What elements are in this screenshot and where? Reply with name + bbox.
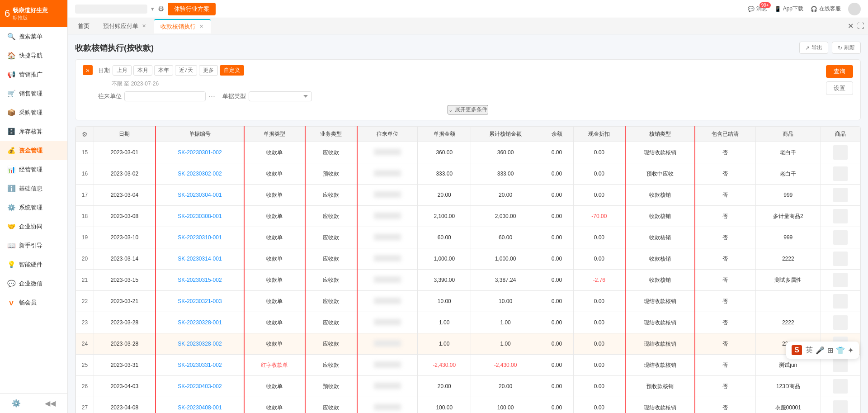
- watermark-icons: 英 🎤 ⊞ 👕 ✦: [806, 346, 854, 355]
- logo-edition: 标推版: [13, 14, 48, 21]
- cell-biz-type: 应收款: [305, 227, 357, 248]
- bill-no-link[interactable]: SK-20230302-002: [178, 171, 222, 177]
- sidebar-item-operation[interactable]: 📊 经营管理: [0, 160, 67, 179]
- cell-balance: 0.00: [540, 333, 574, 355]
- sidebar-item-inventory[interactable]: 🗄️ 库存核算: [0, 122, 67, 141]
- bill-no-link[interactable]: SK-20230403-002: [178, 383, 222, 389]
- cell-accumulated: 100.00: [471, 397, 540, 413]
- topbar-message[interactable]: 💬 消息 99+: [748, 5, 767, 13]
- sidebar-item-search[interactable]: 🔍 搜索菜单: [0, 27, 67, 46]
- solution-button[interactable]: 体验行业方案: [168, 3, 216, 15]
- bill-no-link[interactable]: SK-20230331-002: [178, 362, 222, 368]
- th-product: 商品: [755, 127, 821, 142]
- cell-accumulated: 1,000.00: [471, 248, 540, 270]
- tab-collection-close[interactable]: ✕: [198, 23, 204, 30]
- cell-balance: 0.00: [540, 291, 574, 312]
- cell-balance: 0.00: [540, 206, 574, 227]
- bill-no-link[interactable]: SK-20230328-002: [178, 341, 222, 347]
- cell-counterpart: [357, 355, 418, 376]
- bill-no-link[interactable]: SK-20230304-001: [178, 192, 222, 198]
- bill-no-link[interactable]: SK-20230408-001: [178, 404, 222, 411]
- cell-writeoff-type: 现结收款核销: [625, 312, 695, 333]
- sidebar-logo: 6 畅康道好生意 标推版: [0, 0, 67, 27]
- refresh-icon: ↻: [838, 45, 842, 51]
- filter-toggle-button[interactable]: »: [83, 65, 93, 75]
- export-button[interactable]: ↗ 导出: [799, 42, 828, 54]
- cell-include-cleared: 否: [695, 206, 755, 227]
- sidebar-item-quicknav[interactable]: 🏠 快捷导航: [0, 46, 67, 65]
- bill-no-link[interactable]: SK-20230310-001: [178, 234, 222, 241]
- bill-type-select[interactable]: [249, 91, 312, 101]
- tab-prepay-close[interactable]: ✕: [141, 23, 147, 29]
- sidebar-item-wechat[interactable]: 💬 企业微信: [0, 274, 67, 293]
- filter-settings-button[interactable]: 设置: [826, 81, 853, 95]
- brand-grid-icon: ⊞: [827, 346, 833, 355]
- refresh-button[interactable]: ↻ 刷新: [832, 42, 861, 54]
- bill-no-link[interactable]: SK-20230308-001: [178, 213, 222, 219]
- date-btn-thisyear[interactable]: 本年: [154, 65, 173, 76]
- tab-close-window-icon[interactable]: ✕: [848, 22, 854, 30]
- date-btn-lastmonth[interactable]: 上月: [113, 65, 132, 76]
- bill-no-link[interactable]: SK-20230301-002: [178, 149, 222, 156]
- date-btn-custom[interactable]: 自定义: [220, 65, 244, 76]
- bill-no-link[interactable]: SK-20230315-002: [178, 277, 222, 283]
- data-table: ⚙ 日期 单据编号 单据类型 业务类型 往来单位 单据金额 累计核销金额 余额 …: [75, 126, 860, 413]
- cell-cash-discount: -70.00: [573, 206, 625, 227]
- topbar-avatar[interactable]: [848, 3, 861, 15]
- bill-no-link[interactable]: SK-20230321-003: [178, 298, 222, 304]
- sidebar-item-marketing[interactable]: 📢 营销推广: [0, 65, 67, 84]
- cell-writeoff-type: 现结收款核销: [625, 291, 695, 312]
- cell-accumulated: 3,387.24: [471, 270, 540, 291]
- cell-bill-type: 收款单: [244, 142, 305, 163]
- th-settings[interactable]: ⚙: [76, 127, 94, 142]
- sidebar-item-member[interactable]: V 畅会员: [0, 293, 67, 312]
- cell-include-cleared: 否: [695, 355, 755, 376]
- query-button[interactable]: 查询: [826, 65, 853, 78]
- cell-date: 2023-03-04: [94, 185, 156, 206]
- tab-expand-icon[interactable]: ⛶: [857, 22, 864, 30]
- cell-product2: [821, 142, 860, 163]
- cell-bill-no: SK-20230304-001: [156, 185, 244, 206]
- topbar-search-input[interactable]: [75, 5, 147, 14]
- sidebar-item-hardware[interactable]: 💡 智能硬件: [0, 255, 67, 274]
- cell-no: 16: [76, 163, 94, 185]
- sidebar-item-purchase[interactable]: 📦 采购管理: [0, 103, 67, 122]
- cell-bill-no: SK-20230403-002: [156, 376, 244, 397]
- cell-counterpart: [357, 376, 418, 397]
- tab-home[interactable]: 首页: [71, 19, 96, 33]
- date-btn-more[interactable]: 更多: [199, 65, 218, 76]
- cell-no: 15: [76, 142, 94, 163]
- topbar-app-download[interactable]: 📱 App下载: [774, 5, 803, 13]
- topbar-online-service[interactable]: 🎧 在线客服: [811, 5, 841, 13]
- settings-bottom-icon[interactable]: ⚙️: [10, 397, 23, 409]
- cell-balance: 0.00: [540, 248, 574, 270]
- dropdown-arrow-icon[interactable]: ▾: [151, 5, 154, 12]
- bill-no-link[interactable]: SK-20230328-001: [178, 319, 222, 326]
- sidebar-item-enterprise[interactable]: 🤝 企业协同: [0, 217, 67, 236]
- table-row: 27 2023-04-08 SK-20230408-001 收款单 应收款 10…: [76, 397, 860, 413]
- collapse-icon[interactable]: ◀◀: [43, 397, 57, 409]
- date-btn-thismonth[interactable]: 本月: [133, 65, 152, 76]
- expand-more-button[interactable]: ⌄ 展开更多条件: [448, 105, 488, 114]
- table-row: 18 2023-03-08 SK-20230308-001 收款单 应收款 2,…: [76, 206, 860, 227]
- date-btn-7days[interactable]: 近7天: [175, 65, 197, 76]
- bill-no-link[interactable]: SK-20230314-001: [178, 256, 222, 262]
- ellipsis-icon[interactable]: ···: [208, 92, 215, 101]
- tab-collection[interactable]: 收款核销执行 ✕: [154, 19, 211, 33]
- cell-no: 22: [76, 291, 94, 312]
- topbar-gear-icon[interactable]: ⚙: [158, 5, 164, 13]
- sidebar-item-guide[interactable]: 📖 新手引导: [0, 236, 67, 255]
- tab-prepay[interactable]: 预付账应付单 ✕: [97, 19, 153, 33]
- cell-product2: [821, 227, 860, 248]
- mobile-icon: 📱: [774, 6, 781, 12]
- cell-include-cleared: 否: [695, 142, 755, 163]
- cell-product: 123D商品: [755, 376, 821, 397]
- cell-counterpart: [357, 142, 418, 163]
- sidebar-item-sales[interactable]: 🛒 销售管理: [0, 84, 67, 103]
- cell-date: 2023-03-28: [94, 333, 156, 355]
- column-settings-icon[interactable]: ⚙: [82, 131, 88, 138]
- sidebar-item-system[interactable]: ⚙️ 系统管理: [0, 198, 67, 217]
- sidebar-item-finance[interactable]: 💰 资金管理: [0, 141, 67, 160]
- counterpart-input[interactable]: [124, 91, 206, 101]
- sidebar-item-basic[interactable]: ℹ️ 基础信息: [0, 179, 67, 198]
